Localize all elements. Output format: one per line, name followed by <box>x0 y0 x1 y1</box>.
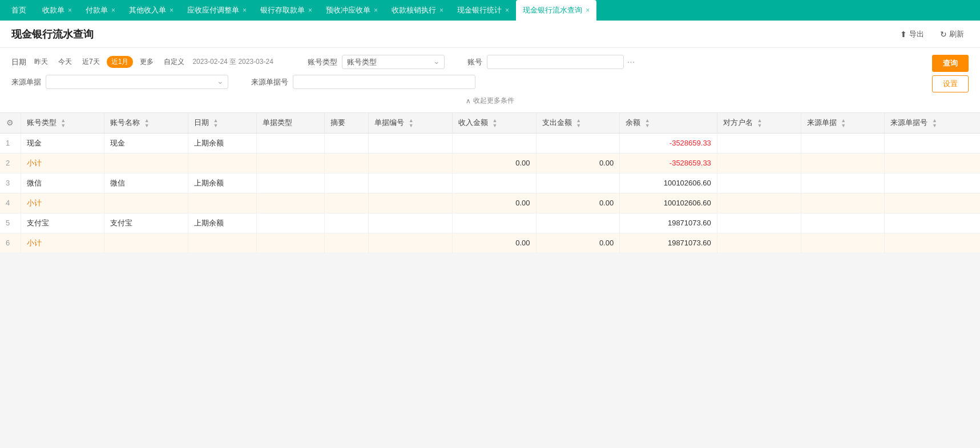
col-doc-type[interactable]: 单据类型 <box>256 113 325 133</box>
cell-date <box>188 233 256 253</box>
cell-income <box>452 133 536 153</box>
table-header: ⚙ 账号类型 ▲▼ 账号名称 ▲▼ 日期 ▲▼ 单据类型 摘 <box>0 113 980 133</box>
table-body: 1 现金 现金 上期余额 -3528659.33 2 小计 0.00 0.00 … <box>0 133 980 253</box>
filter-row-1: 日期 昨天 今天 近7天 近1月 更多 自定义 2023-02-24 至 202… <box>11 55 921 69</box>
close-tab-3[interactable]: × <box>243 6 247 14</box>
cell-doc-type <box>256 133 325 153</box>
cell-date <box>188 153 256 173</box>
cell-account-type: 微信 <box>21 173 104 193</box>
col-income[interactable]: 收入金额 ▲▼ <box>452 113 536 133</box>
table-row: 4 小计 0.00 0.00 100102606.60 <box>0 193 980 213</box>
cell-index: 4 <box>0 193 21 213</box>
date-btn-custom[interactable]: 自定义 <box>160 56 188 68</box>
cell-account-type: 小计 <box>21 233 104 253</box>
cell-summary <box>325 133 369 153</box>
col-summary[interactable]: 摘要 <box>325 113 369 133</box>
col-balance[interactable]: 余额 ▲▼ <box>620 113 717 133</box>
account-no-input[interactable] <box>487 55 624 69</box>
col-source-doc-no[interactable]: 来源单据号 ▲▼ <box>885 113 980 133</box>
nav-tab-3[interactable]: 应收应付调整单 × <box>180 0 253 21</box>
col-doc-no[interactable]: 单据编号 ▲▼ <box>369 113 453 133</box>
cell-doc-no <box>369 173 453 193</box>
close-tab-7[interactable]: × <box>505 6 509 14</box>
cell-source-doc <box>801 153 885 173</box>
cell-source-doc <box>801 213 885 233</box>
cell-source-doc <box>801 193 885 213</box>
cell-counterparty <box>717 153 801 173</box>
nav-home[interactable]: 首页 <box>2 5 35 15</box>
account-type-select[interactable]: 账号类型 <box>342 55 445 69</box>
account-type-group: 账号类型 账号类型 <box>308 55 445 69</box>
date-label: 日期 <box>11 57 26 67</box>
collapse-bar[interactable]: ∧ 收起更多条件 <box>11 92 969 108</box>
date-btn-more[interactable]: 更多 <box>136 56 157 68</box>
cell-counterparty <box>717 173 801 193</box>
close-tab-1[interactable]: × <box>111 6 115 14</box>
col-account-name[interactable]: 账号名称 ▲▼ <box>104 113 188 133</box>
close-tab-2[interactable]: × <box>170 6 174 14</box>
query-button[interactable]: 查询 <box>932 55 969 72</box>
cell-index: 5 <box>0 213 21 233</box>
date-shortcuts: 昨天 今天 近7天 近1月 更多 自定义 <box>31 56 188 68</box>
cell-date: 上期余额 <box>188 133 256 153</box>
account-type-label: 账号类型 <box>308 57 337 67</box>
date-btn-today[interactable]: 今天 <box>55 56 75 68</box>
nav-tab-5[interactable]: 预收冲应收单 × <box>319 0 385 21</box>
cell-summary <box>325 213 369 233</box>
date-btn-7days[interactable]: 近7天 <box>79 56 103 68</box>
close-tab-6[interactable]: × <box>439 6 443 14</box>
cell-balance: -3528659.33 <box>620 153 717 173</box>
cell-balance: 100102606.60 <box>620 173 717 193</box>
date-btn-yesterday[interactable]: 昨天 <box>31 56 51 68</box>
table-row: 1 现金 现金 上期余额 -3528659.33 <box>0 133 980 153</box>
account-no-ellipsis[interactable]: ··· <box>624 57 638 67</box>
cell-expense <box>536 213 620 233</box>
refresh-button[interactable]: ↻ 刷新 <box>935 27 969 42</box>
nav-tab-6[interactable]: 收款核销执行 × <box>385 0 450 21</box>
nav-tab-2[interactable]: 其他收入单 × <box>122 0 180 21</box>
cell-source-doc-no <box>885 173 980 193</box>
source-doc-label: 来源单据 <box>11 77 41 87</box>
table-container: ⚙ 账号类型 ▲▼ 账号名称 ▲▼ 日期 ▲▼ 单据类型 摘 <box>0 113 980 253</box>
cell-source-doc-no <box>885 233 980 253</box>
col-counterparty[interactable]: 对方户名 ▲▼ <box>717 113 801 133</box>
col-expense[interactable]: 支出金额 ▲▼ <box>536 113 620 133</box>
col-settings[interactable]: ⚙ <box>0 113 21 133</box>
cell-index: 6 <box>0 233 21 253</box>
settings-button[interactable]: 设置 <box>932 75 969 92</box>
table-row: 5 支付宝 支付宝 上期余额 19871073.60 <box>0 213 980 233</box>
nav-tab-7[interactable]: 现金银行统计 × <box>450 0 516 21</box>
cell-index: 1 <box>0 133 21 153</box>
nav-tab-8[interactable]: 现金银行流水查询 × <box>516 0 596 21</box>
nav-tab-4[interactable]: 银行存取款单 × <box>253 0 319 21</box>
cell-doc-no <box>369 213 453 233</box>
filter-row-2: 来源单据 来源单据号 <box>11 75 921 89</box>
source-doc-no-input[interactable] <box>293 75 475 89</box>
nav-tab-0[interactable]: 收款单 × <box>35 0 79 21</box>
filter-area: 日期 昨天 今天 近7天 近1月 更多 自定义 2023-02-24 至 202… <box>0 48 980 113</box>
gear-icon[interactable]: ⚙ <box>6 118 14 127</box>
top-nav: 首页 收款单 × 付款单 × 其他收入单 × 应收应付调整单 × 银行存取款单 … <box>0 0 980 21</box>
account-no-group: 账号 ··· <box>467 55 638 69</box>
date-btn-1month[interactable]: 近1月 <box>107 56 134 68</box>
nav-tab-1[interactable]: 付款单 × <box>79 0 122 21</box>
close-tab-5[interactable]: × <box>374 6 378 14</box>
col-account-type[interactable]: 账号类型 ▲▼ <box>21 113 104 133</box>
cell-summary <box>325 153 369 173</box>
table-row: 2 小计 0.00 0.00 -3528659.33 <box>0 153 980 173</box>
source-doc-select-wrapper <box>46 75 228 89</box>
export-button[interactable]: ⬆ 导出 <box>896 27 929 42</box>
close-tab-0[interactable]: × <box>68 6 72 14</box>
close-tab-8[interactable]: × <box>586 6 590 14</box>
source-doc-select[interactable] <box>46 75 228 89</box>
cell-balance: 19871073.60 <box>620 213 717 233</box>
col-date[interactable]: 日期 ▲▼ <box>188 113 256 133</box>
cell-doc-type <box>256 153 325 173</box>
cell-expense: 0.00 <box>536 153 620 173</box>
cell-doc-type <box>256 173 325 193</box>
close-tab-4[interactable]: × <box>308 6 312 14</box>
data-table: ⚙ 账号类型 ▲▼ 账号名称 ▲▼ 日期 ▲▼ 单据类型 摘 <box>0 113 980 253</box>
source-doc-no-label: 来源单据号 <box>251 77 288 87</box>
cell-account-name: 现金 <box>104 133 188 153</box>
col-source-doc[interactable]: 来源单据 ▲▼ <box>801 113 885 133</box>
